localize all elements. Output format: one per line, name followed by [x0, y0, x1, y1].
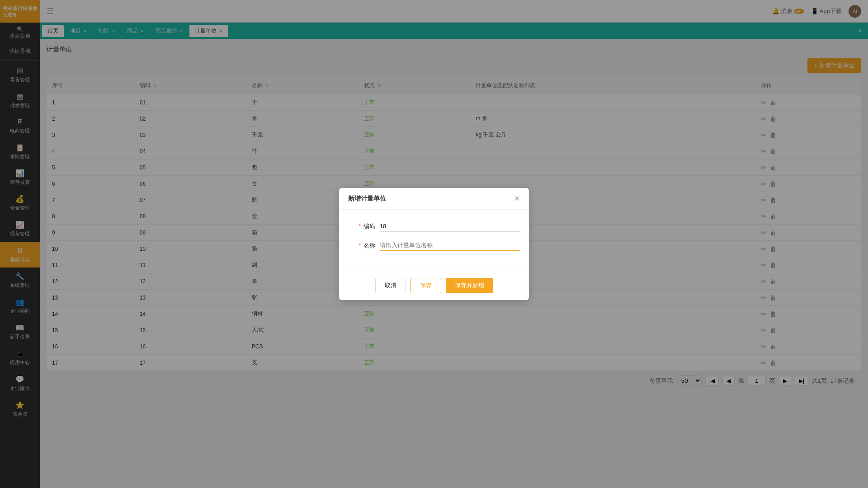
- save-new-button[interactable]: 保存并新增: [446, 278, 493, 293]
- cancel-button[interactable]: 取消: [375, 278, 406, 293]
- form-name-label: * 名称: [348, 242, 375, 250]
- modal: 新增计量单位 ✕ * 编码 * 名称 取消 保存 保存并新增: [339, 188, 529, 300]
- save-button[interactable]: 保存: [410, 278, 441, 293]
- modal-header: 新增计量单位 ✕: [339, 188, 529, 210]
- code-label-text: 编码: [363, 223, 375, 230]
- modal-overlay[interactable]: 新增计量单位 ✕ * 编码 * 名称 取消 保存 保存并新增: [0, 0, 868, 488]
- required-mark-name: *: [359, 242, 361, 249]
- name-label-text: 名称: [363, 242, 375, 249]
- code-input[interactable]: [380, 221, 520, 232]
- form-row-code: * 编码: [348, 221, 520, 232]
- form-code-label: * 编码: [348, 222, 375, 230]
- modal-body: * 编码 * 名称: [339, 210, 529, 271]
- modal-footer: 取消 保存 保存并新增: [339, 271, 529, 300]
- form-row-name: * 名称: [348, 240, 520, 251]
- modal-title: 新增计量单位: [348, 195, 386, 203]
- required-mark: *: [359, 223, 361, 230]
- name-input[interactable]: [380, 240, 520, 251]
- modal-close-button[interactable]: ✕: [514, 194, 520, 203]
